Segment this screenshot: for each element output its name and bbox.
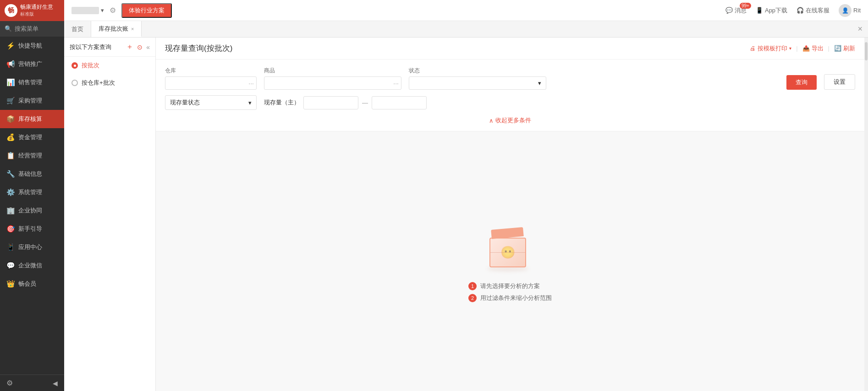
- sidebar-item-system[interactable]: ⚙️ 系统管理: [0, 183, 64, 201]
- scrollbar-thumb: [865, 42, 868, 60]
- filter-actions: ＋ ⊙ «: [126, 42, 150, 52]
- online-service-button[interactable]: 🎧 在线客服: [797, 6, 830, 15]
- sidebar-header: 畅 畅康通好生意 标准版: [0, 0, 64, 21]
- quantity-min-input[interactable]: [303, 96, 358, 109]
- quantity-field: 现存量（主） —: [264, 96, 427, 109]
- sidebar-collapse-icon[interactable]: ◀: [53, 380, 58, 387]
- step-2-text: 用过滤条件来缩小分析范围: [480, 294, 552, 302]
- topbar-gear-icon[interactable]: ⚙: [110, 6, 116, 15]
- goods-field: 商品 ···: [264, 67, 401, 90]
- trial-button[interactable]: 体验行业方案: [121, 3, 172, 18]
- step-1-text: 请先选择要分析的方案: [480, 282, 540, 290]
- settings-button[interactable]: 设置: [824, 74, 855, 90]
- quantity-max-input[interactable]: [372, 96, 427, 109]
- wechat-icon: 💬: [6, 261, 15, 270]
- empty-inner: 😶 1 请先选择要分析的方案 2: [468, 221, 552, 302]
- sidebar-item-purchase[interactable]: 🛒 采购管理: [0, 92, 64, 110]
- search-form: 仓库 ··· 商品 ···: [156, 60, 864, 131]
- sidebar-label-sales: 销售管理: [18, 78, 42, 87]
- refresh-icon: 🔄: [834, 45, 841, 52]
- page-title-row: 现存量查询(按批次) 🖨 按模板打印 ▾ | 📤 导出 | 🔄: [156, 38, 864, 60]
- sidebar-item-wechat[interactable]: 💬 企业微信: [0, 256, 64, 275]
- app-download-button[interactable]: 📱 App下载: [756, 6, 787, 15]
- tab-home[interactable]: 首页: [64, 21, 91, 37]
- filter-add-icon[interactable]: ＋: [126, 42, 133, 52]
- sidebar-item-quick-nav[interactable]: ⚡ 快捷导航: [0, 37, 64, 55]
- step-num-2: 2: [468, 294, 477, 302]
- refresh-label: 刷新: [843, 44, 855, 53]
- warehouse-input-wrap: ···: [165, 76, 257, 90]
- sidebar-label-system: 系统管理: [18, 188, 42, 196]
- warehouse-input[interactable]: [165, 76, 257, 90]
- topbar-dropdown[interactable]: ▾: [71, 7, 104, 14]
- sidebar-label-apps: 应用中心: [18, 243, 42, 251]
- collapse-arrow-icon: ∧: [489, 117, 494, 124]
- quantity-label: 现存量（主）: [264, 98, 300, 107]
- message-icon: 💬: [725, 7, 733, 14]
- sidebar-item-marketing[interactable]: 📢 营销推广: [0, 55, 64, 73]
- sales-icon: 📊: [6, 78, 15, 87]
- sidebar-label-member: 畅会员: [18, 280, 36, 288]
- warehouse-dots[interactable]: ···: [248, 80, 254, 87]
- refresh-button[interactable]: 🔄 刷新: [834, 44, 855, 53]
- sidebar-item-inventory[interactable]: 📦 库存核算: [0, 110, 64, 128]
- tab-batch-account[interactable]: 库存批次账 ×: [91, 21, 142, 37]
- sidebar-item-basic[interactable]: 🔧 基础信息: [0, 165, 64, 183]
- inv-status-arrow-icon: ▾: [248, 99, 252, 106]
- filter-item-by-batch[interactable]: 按批次: [64, 57, 155, 74]
- sidebar-label-basic: 基础信息: [18, 170, 42, 178]
- filter-panel: 按以下方案查询 ＋ ⊙ « 按批次 按仓库+批次: [64, 38, 156, 391]
- tabbar-close-icon[interactable]: ×: [857, 24, 863, 34]
- tab-close-icon[interactable]: ×: [131, 26, 134, 32]
- inventory-status-field: 现存量状态 ▾: [165, 95, 257, 110]
- sidebar-item-guide[interactable]: 🎯 新手引导: [0, 220, 64, 238]
- query-button[interactable]: 查询: [786, 75, 817, 90]
- basic-icon: 🔧: [6, 170, 15, 178]
- print-button[interactable]: 🖨 按模板打印 ▾: [750, 44, 791, 53]
- topbar: ▾ ⚙ 体验行业方案 💬 消息 99+ 📱 App下载 🎧 在线客服 👤: [64, 0, 868, 21]
- sidebar-item-business[interactable]: 📋 经营管理: [0, 147, 64, 165]
- tab-batch-label: 库存批次账: [99, 25, 128, 33]
- app-title-wrap: 畅康通好生意 标准版: [20, 4, 53, 17]
- purchase-icon: 🛒: [6, 97, 15, 105]
- export-button[interactable]: 📤 导出: [802, 44, 824, 53]
- sidebar-item-apps[interactable]: 📱 应用中心: [0, 238, 64, 256]
- collapse-more[interactable]: ∧ 收起更多条件: [165, 114, 855, 127]
- empty-illustration: 😶: [483, 221, 538, 271]
- filter-settings-icon[interactable]: ⊙: [137, 43, 143, 51]
- step-num-1: 1: [468, 282, 477, 290]
- page-title-actions: 🖨 按模板打印 ▾ | 📤 导出 | 🔄 刷新: [750, 44, 855, 53]
- print-icon: 🖨: [750, 45, 756, 52]
- system-icon: ⚙️: [6, 188, 15, 196]
- sidebar-item-member[interactable]: 👑 畅会员: [0, 275, 64, 293]
- goods-dots[interactable]: ···: [393, 80, 399, 87]
- messages-button[interactable]: 💬 消息 99+: [725, 6, 747, 15]
- avatar: 👤: [839, 4, 852, 17]
- user-menu[interactable]: 👤 Rit: [839, 4, 861, 17]
- goods-input[interactable]: [264, 76, 401, 90]
- business-icon: 📋: [6, 152, 15, 160]
- search-row-2: 现存量状态 ▾ 现存量（主） —: [165, 95, 855, 110]
- inv-status-wrap: 现存量状态 ▾: [165, 95, 257, 110]
- goods-label: 商品: [264, 67, 401, 75]
- warehouse-label: 仓库: [165, 67, 257, 75]
- sidebar-item-enterprise[interactable]: 🏢 企业协同: [0, 201, 64, 220]
- filter-item-by-warehouse-batch[interactable]: 按仓库+批次: [64, 74, 155, 92]
- status-dropdown[interactable]: ▾: [409, 76, 546, 90]
- sidebar-label-quick-nav: 快捷导航: [18, 42, 42, 50]
- sidebar-label-inventory: 库存核算: [18, 115, 42, 123]
- inventory-icon: 📦: [6, 115, 15, 123]
- sidebar-item-finance[interactable]: 💰 资金管理: [0, 128, 64, 147]
- sidebar-settings-icon[interactable]: ⚙: [6, 379, 13, 387]
- sidebar-item-sales[interactable]: 📊 销售管理: [0, 73, 64, 92]
- right-scrollbar[interactable]: [864, 38, 868, 391]
- main-content: ▾ ⚙ 体验行业方案 💬 消息 99+ 📱 App下载 🎧 在线客服 👤: [64, 0, 868, 391]
- sidebar-search[interactable]: 🔍 搜索菜单: [0, 21, 64, 37]
- inventory-status-dropdown[interactable]: 现存量状态 ▾: [165, 95, 257, 110]
- filter-collapse-icon[interactable]: «: [146, 43, 150, 51]
- sidebar-label-wechat: 企业微信: [18, 261, 42, 270]
- headset-icon: 🎧: [797, 7, 804, 14]
- empty-step-1: 1 请先选择要分析的方案: [468, 282, 552, 290]
- filter-item-warehouse-batch-label: 按仓库+批次: [82, 79, 115, 87]
- status-select-wrap: ▾: [409, 76, 546, 90]
